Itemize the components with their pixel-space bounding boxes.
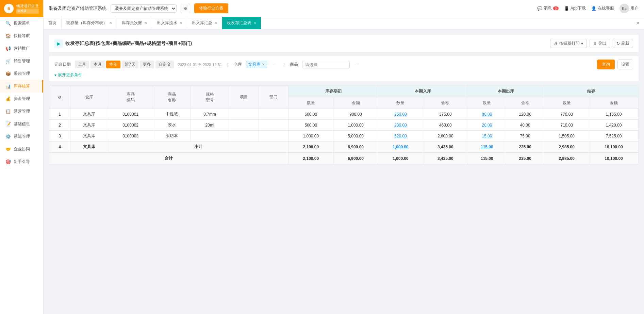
remove-warehouse-tag[interactable]: ✕ [262, 63, 265, 66]
row-close-amt-0: 1,155.00 [589, 109, 639, 120]
tab-4[interactable]: 出入库汇总✕ [187, 17, 222, 29]
expand-filter-button[interactable]: ▾ 展开更多条件 [54, 72, 82, 78]
sidebar-item-marketing[interactable]: 📢营销推广 [0, 42, 43, 55]
date-btn-上月[interactable]: 上月 [75, 61, 89, 68]
quicknav-icon: 🏠 [5, 33, 11, 39]
sidebar-item-quicknav[interactable]: 🏠快捷导航 [0, 30, 43, 42]
chevron-down-icon: ▾ [581, 41, 583, 46]
page-actions: 🖨 按钮版打印 ▾ ⬇ 导出 ↻ 刷新 [550, 39, 633, 48]
system-selector[interactable]: 装备及固定资产辅助管理系统 [111, 4, 177, 13]
close-qty-header: 数量 [544, 97, 589, 109]
row-in-qty-1[interactable]: 230.00 [378, 120, 423, 131]
sidebar-item-collab[interactable]: 🤝企业协同 [0, 143, 43, 155]
row-in-qty-0[interactable]: 250.00 [378, 109, 423, 120]
sidebar-item-system[interactable]: ⚙️系统管理 [0, 130, 43, 143]
page-header: ▶ 收发存汇总表(按仓库+商品编码+商品+规格型号+项目+部门) 🖨 按钮版打印… [49, 35, 639, 52]
row-spec-1: 20ml [191, 120, 229, 131]
row-warehouse-2: 文具库 [70, 131, 108, 142]
date-btn-自定义[interactable]: 自定义 [155, 61, 174, 68]
sidebar-item-basic[interactable]: 📝基础信息 [0, 118, 43, 130]
subtotal-out-qty[interactable]: 115.00 [468, 142, 506, 153]
experience-button[interactable]: 体验行业方案 [194, 3, 228, 13]
app-download-button[interactable]: 📱 App下载 [564, 5, 586, 11]
subtotal-in-amt: 3,435.00 [423, 142, 468, 153]
col-dept-header: 部门 [259, 86, 288, 109]
close-amt-header: 金额 [589, 97, 639, 109]
row-project-2 [229, 131, 259, 142]
sidebar-label-marketing: 营销推广 [14, 46, 30, 51]
date-btn-更多[interactable]: 更多 [140, 61, 154, 68]
filter-setting-button[interactable]: 设置 [617, 60, 633, 69]
row-close-qty-1: 710.00 [544, 120, 589, 131]
sidebar-item-purchase[interactable]: 📦采购管理 [0, 67, 43, 80]
sidebar: 6 畅捷通好生意 标准版 🔍搜索菜单🏠快捷导航📢营销推广🛒销售管理📦采购管理📊库… [0, 0, 44, 314]
row-out-qty-1[interactable]: 20.00 [468, 120, 506, 131]
close-tab-1[interactable]: ✕ [109, 21, 112, 25]
group-in-header: 本期入库 [378, 86, 468, 97]
marketing-icon: 📢 [5, 46, 11, 51]
sidebar-item-finance[interactable]: 💰资金管理 [0, 93, 43, 105]
filter-row: 记账日期 上月本月本年近7天更多自定义 2023-01-01 至 2023-12… [54, 60, 633, 69]
search-icon: 🔍 [5, 21, 11, 26]
query-button[interactable]: 查询 [597, 60, 615, 69]
col-settings-header[interactable]: ⚙ [49, 86, 70, 109]
close-tab-4[interactable]: ✕ [214, 21, 217, 25]
subtotal-in-qty[interactable]: 1,000.00 [378, 142, 423, 153]
goods-input[interactable] [302, 61, 350, 68]
sidebar-item-operations[interactable]: 📋经营管理 [0, 105, 43, 118]
row-code-0: 0100001 [108, 109, 153, 120]
row-in-qty-2[interactable]: 520.00 [378, 131, 423, 142]
tab-3[interactable]: 出入库流水✕ [152, 17, 187, 29]
close-all-tabs[interactable]: ✕ [632, 20, 644, 26]
row-in-amt-1: 460.00 [423, 120, 468, 131]
close-tab-2[interactable]: ✕ [144, 21, 147, 25]
row-close-amt-1: 1,420.00 [589, 120, 639, 131]
subtotal-seq: 4 [49, 142, 70, 153]
date-btn-本年[interactable]: 本年 [106, 61, 120, 68]
close-tab-3[interactable]: ✕ [179, 21, 182, 25]
tab-1[interactable]: 现存量（库存分布表）✕ [62, 17, 117, 29]
collapse-button[interactable]: ▶ [54, 39, 63, 48]
tab-0[interactable]: 首页 [44, 17, 62, 29]
sidebar-label-finance: 资金管理 [14, 96, 30, 102]
user-button[interactable]: Ea 用户 [620, 4, 639, 13]
row-out-qty-0[interactable]: 80.00 [468, 109, 506, 120]
sidebar-item-sales[interactable]: 🛒销售管理 [0, 55, 43, 67]
tab-label-2: 库存批次账 [122, 20, 142, 26]
topbar-left: 装备及固定资产辅助管理系统 装备及固定资产辅助管理系统 ⚙ 体验行业方案 [49, 3, 228, 13]
group-closing-header: 结存 [544, 86, 639, 97]
print-button[interactable]: 🖨 按钮版打印 ▾ [550, 39, 587, 48]
close-tab-5[interactable]: ✕ [253, 21, 256, 25]
guide-icon: 🎯 [5, 159, 11, 165]
sidebar-item-search[interactable]: 🔍搜索菜单 [0, 17, 43, 30]
online-service-button[interactable]: 👤 在线客服 [591, 5, 614, 11]
out-amt-header: 金额 [506, 97, 544, 109]
row-out-qty-2[interactable]: 15.00 [468, 131, 506, 142]
settings-icon[interactable]: ⚙ [181, 4, 190, 13]
row-dept-2 [259, 131, 288, 142]
footer-out-qty: 115.00 [468, 152, 506, 164]
warehouse-more[interactable]: ··· [273, 62, 277, 67]
footer-open-qty: 2,100.00 [288, 152, 333, 164]
refresh-button[interactable]: ↻ 刷新 [613, 39, 633, 48]
row-dept-1 [259, 120, 288, 131]
row-open-amt-0: 900.00 [333, 109, 378, 120]
in-amt-header: 金额 [423, 97, 468, 109]
sidebar-label-search: 搜索菜单 [14, 20, 30, 26]
tab-2[interactable]: 库存批次账✕ [117, 17, 152, 29]
tab-5[interactable]: 收发存汇总表✕ [222, 17, 261, 29]
row-code-2: 0100003 [108, 131, 153, 142]
row-seq-0: 1 [49, 109, 70, 120]
messages-button[interactable]: 💬 消息 6 [537, 5, 559, 11]
page-title: 收发存汇总表(按仓库+商品编码+商品+规格型号+项目+部门) [65, 40, 192, 47]
export-button[interactable]: ⬇ 导出 [590, 39, 610, 48]
table-row: 1 文具库 0100001 中性笔 0.7mm 600.00 900.00 25… [49, 109, 639, 120]
goods-label: 商品 [290, 62, 298, 67]
sidebar-item-inventory[interactable]: 📊库存核算 [0, 80, 43, 93]
sidebar-item-guide[interactable]: 🎯新手引导 [0, 155, 43, 168]
sidebar-label-sales: 销售管理 [14, 58, 30, 64]
date-btn-本月[interactable]: 本月 [90, 61, 105, 68]
goods-more[interactable]: ··· [355, 62, 359, 67]
date-btn-近7天[interactable]: 近7天 [122, 61, 138, 68]
warehouse-label: 仓库 [234, 62, 242, 67]
